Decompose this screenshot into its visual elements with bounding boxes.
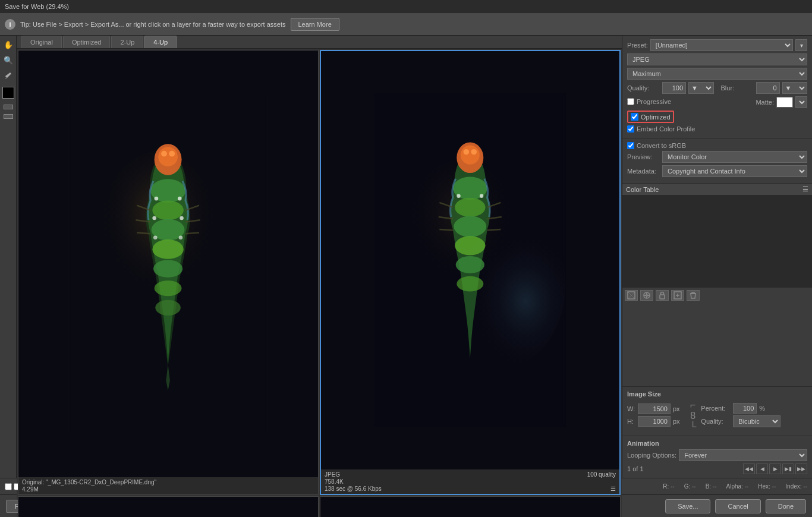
four-up-grid: Original: "_MG_1305-CR2_DxO_DeepPRIME.dn… — [17, 49, 622, 517]
preview-cell-jpeg25[interactable]: JPEG 25 quality 25.38K 5 sec @ 56.6 Kbps… — [320, 496, 621, 517]
quality-input[interactable] — [662, 82, 686, 94]
percent-label: Percent: — [701, 405, 731, 412]
color-table-label: Color Table — [626, 186, 659, 193]
anim-first-button[interactable]: ◀◀ — [743, 464, 755, 474]
tab-4up[interactable]: 4-Up — [144, 36, 177, 48]
format-select[interactable]: JPEG — [627, 53, 807, 65]
convert-srgb-row: Convert to sRGB — [627, 142, 807, 149]
zoom-tool[interactable]: 🔍 — [2, 53, 15, 67]
svg-point-8 — [156, 300, 181, 315]
tab-2up[interactable]: 2-Up — [111, 36, 143, 48]
width-px-label: px — [673, 405, 685, 412]
embed-color-checkbox[interactable] — [627, 125, 634, 133]
looping-select[interactable]: Forever — [679, 449, 807, 461]
quality-slider[interactable]: ▼ — [688, 82, 714, 94]
quality-resample-label: Quality: — [701, 418, 731, 425]
svg-point-25 — [455, 237, 485, 256]
anim-play-button[interactable]: ▶ — [769, 464, 781, 474]
ct-web-icon[interactable] — [640, 290, 653, 301]
color-table-actions — [622, 288, 812, 303]
svg-point-27 — [457, 276, 483, 292]
preview-image-jpeg50 — [18, 497, 318, 517]
done-button[interactable]: Done — [766, 499, 806, 513]
color-table-header: Color Table ☰ — [622, 184, 812, 196]
blur-slider[interactable]: ▼ — [782, 82, 808, 94]
action-right: Save... Cancel Done — [665, 499, 806, 513]
convert-srgb-checkbox[interactable] — [627, 142, 634, 149]
ct-map-icon[interactable] — [625, 290, 638, 301]
svg-point-17 — [153, 235, 158, 239]
preview-cell-original[interactable]: Original: "_MG_1305-CR2_DxO_DeepPRIME.dn… — [18, 50, 319, 495]
preset-select[interactable]: [Unnamed] — [650, 39, 793, 51]
resample-select[interactable]: Bicubic — [733, 415, 780, 427]
svg-point-23 — [455, 198, 485, 217]
slice-select-tool[interactable] — [4, 114, 13, 119]
svg-point-32 — [457, 194, 460, 198]
svg-point-16 — [180, 216, 184, 220]
matte-select[interactable]: ▼ — [795, 96, 807, 108]
ct-delete-icon[interactable] — [687, 290, 700, 301]
quality-level-select[interactable]: Maximum — [627, 68, 807, 80]
matte-label: Matte: — [756, 99, 774, 106]
eyedropper-tool[interactable] — [2, 69, 15, 82]
svg-point-31 — [471, 149, 477, 155]
r-status: R: -- — [663, 483, 674, 490]
image-size-section: Image Size W: px H: px ⌐ 8 — [622, 386, 812, 436]
ct-add-icon[interactable] — [671, 290, 684, 301]
preview-image-jpeg100 — [321, 51, 619, 469]
looping-label: Looping Options: — [627, 452, 676, 459]
preview-image-original — [18, 51, 318, 477]
tip-bar: i Tip: Use File > Export > Export As... … — [0, 13, 812, 36]
b-status: B: -- — [706, 483, 717, 490]
slice-tool[interactable] — [4, 105, 13, 109]
hand-tool[interactable]: ✋ — [2, 38, 15, 51]
jpeg100-size: 758.4K — [325, 478, 344, 485]
color-table-menu-icon[interactable]: ☰ — [802, 185, 808, 193]
height-input[interactable] — [638, 416, 671, 427]
width-label: W: — [627, 405, 635, 412]
preview-info-jpeg100: JPEG 100 quality 758.4K 138 sec @ 56.6 K… — [321, 469, 619, 494]
preset-label: Preset: — [627, 42, 648, 49]
index-status: Index: -- — [785, 483, 807, 490]
anim-counter: 1 of 1 — [627, 465, 644, 472]
tabs: Original Optimized 2-Up 4-Up — [17, 36, 622, 49]
foreground-color[interactable] — [2, 87, 14, 99]
anim-last-button[interactable]: ▶▶ — [795, 464, 807, 474]
blur-input[interactable] — [756, 82, 780, 94]
embed-color-row: Embed Color Profile — [627, 125, 807, 133]
tab-original[interactable]: Original — [21, 36, 62, 48]
tab-optimized[interactable]: Optimized — [63, 36, 111, 48]
preview-image-jpeg25 — [320, 497, 620, 517]
ct-lock-icon[interactable] — [656, 290, 669, 301]
color-table-section: Color Table ☰ — [622, 184, 812, 386]
svg-point-14 — [178, 197, 182, 201]
tip-text: Tip: Use File > Export > Export As... or… — [20, 21, 286, 28]
anim-next-button[interactable]: ▶▮ — [782, 464, 794, 474]
preview-cell-jpeg50[interactable]: JPEG 50 quality 92.19K 18 sec @ 56.6 Kbp… — [18, 496, 319, 517]
progressive-checkbox[interactable] — [627, 98, 634, 105]
metadata-select[interactable]: Copyright and Contact Info — [662, 165, 807, 177]
matte-swatch[interactable] — [776, 97, 793, 108]
save-button[interactable]: Save... — [665, 499, 710, 513]
cancel-button[interactable]: Cancel — [715, 499, 760, 513]
svg-point-29 — [461, 146, 480, 165]
link-icon: 8 — [690, 411, 695, 421]
blur-label: Blur: — [721, 84, 754, 92]
link-top-icon: ⌐ — [690, 400, 695, 411]
animation-controls: 1 of 1 ◀◀ ◀ ▶ ▶▮ ▶▶ — [627, 464, 807, 474]
preview-status-checkbox[interactable] — [5, 483, 12, 490]
preview-select[interactable]: Monitor Color — [662, 151, 807, 163]
svg-point-26 — [456, 256, 484, 273]
anim-prev-button[interactable]: ◀ — [756, 464, 768, 474]
svg-point-5 — [153, 239, 184, 259]
learn-more-button[interactable]: Learn More — [291, 18, 339, 31]
svg-point-11 — [162, 151, 168, 157]
svg-point-30 — [464, 149, 470, 155]
optimized-checkbox[interactable] — [631, 113, 638, 121]
window-title: Save for Web (29.4%) — [5, 3, 69, 10]
preview-cell-jpeg100[interactable]: JPEG 100 quality 758.4K 138 sec @ 56.6 K… — [320, 50, 621, 495]
preset-menu-icon[interactable]: ▾ — [795, 39, 807, 51]
percent-input[interactable] — [733, 403, 757, 414]
width-input[interactable] — [638, 403, 671, 414]
jpeg100-menu-icon[interactable]: ☰ — [610, 486, 616, 492]
